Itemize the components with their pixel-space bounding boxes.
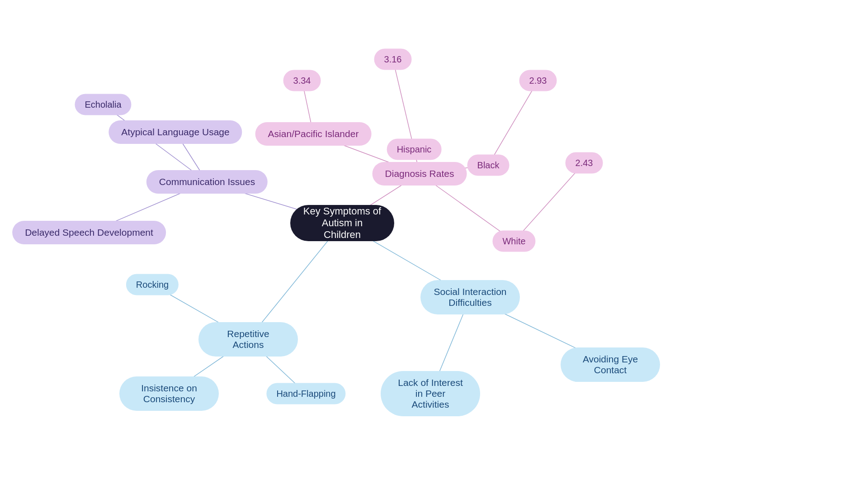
node-echolalia: Echolalia [75, 94, 131, 115]
node-center: Key Symptoms of Autism in Children [290, 205, 394, 241]
svg-line-12 [514, 163, 584, 241]
node-hand_flapping: Hand-Flapping [266, 383, 345, 404]
node-atypical_language: Atypical Language Usage [108, 120, 242, 144]
node-diagnosis_rates: Diagnosis Rates [373, 162, 467, 186]
node-asian_pacific: Asian/Pacific Islander [255, 122, 372, 146]
node-value_316: 3.16 [374, 49, 412, 70]
node-delayed_speech: Delayed Speech Development [12, 221, 166, 244]
node-black: Black [467, 155, 509, 176]
node-value_243: 2.43 [566, 152, 603, 174]
node-communication_issues: Communication Issues [146, 170, 268, 194]
node-lack_interest: Lack of Interest in Peer Activities [381, 371, 480, 416]
svg-line-10 [488, 81, 538, 165]
mind-map-canvas [0, 0, 868, 490]
node-avoiding_eye: Avoiding Eye Contact [561, 347, 660, 382]
node-white: White [492, 231, 535, 252]
node-value_293: 2.93 [519, 70, 557, 91]
node-value_334: 3.34 [283, 70, 321, 91]
svg-line-8 [393, 59, 414, 149]
node-rocking: Rocking [126, 274, 179, 295]
node-social_interaction: Social Interaction Difficulties [420, 280, 520, 314]
node-hispanic: Hispanic [387, 139, 442, 160]
node-insistence: Insistence on Consistency [119, 376, 219, 411]
node-repetitive_actions: Repetitive Actions [198, 322, 298, 357]
